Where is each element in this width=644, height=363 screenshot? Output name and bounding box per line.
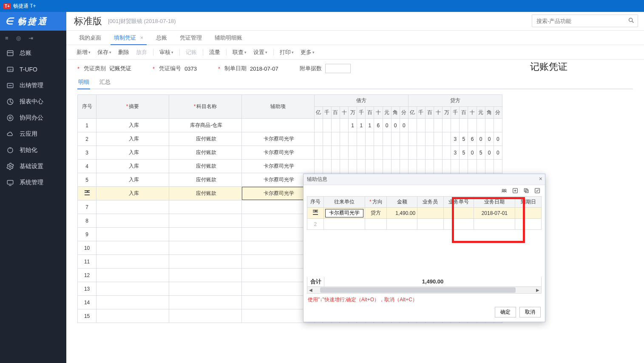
cell-debit-digit[interactable] <box>323 160 331 173</box>
cell-debit-digit[interactable] <box>331 160 340 173</box>
cell-credit-digit[interactable] <box>485 160 494 173</box>
print-button[interactable]: 打印▾ <box>277 47 296 58</box>
cell-abstract[interactable]: 入库 <box>96 132 169 146</box>
cell-abstract[interactable] <box>96 296 169 309</box>
cell-debit-digit[interactable] <box>366 146 374 160</box>
d-cell-seq[interactable] <box>307 208 324 219</box>
cell-debit-digit[interactable] <box>391 146 400 160</box>
field-attachments[interactable]: 附单据数 <box>300 64 351 73</box>
cell-seq[interactable]: 14 <box>78 296 96 309</box>
close-icon[interactable]: × <box>140 34 144 41</box>
dialog-tool-icon[interactable] <box>501 187 508 194</box>
cell-debit-digit[interactable]: 0 <box>391 119 400 132</box>
cell-seq[interactable]: 12 <box>78 269 96 282</box>
cell-debit-digit[interactable]: 1 <box>349 119 357 132</box>
cell-debit-digit[interactable] <box>323 132 331 146</box>
cell-credit-digit[interactable] <box>434 146 443 160</box>
cell-debit-digit[interactable]: 0 <box>400 119 408 132</box>
cell-account[interactable] <box>169 282 242 296</box>
sidebar-item-basic[interactable]: 基础设置 <box>0 158 66 174</box>
cell-debit-digit[interactable] <box>366 160 374 173</box>
cell-abstract[interactable]: 入库 <box>96 146 169 160</box>
cell-credit-digit[interactable] <box>425 132 434 146</box>
cell-debit-digit[interactable] <box>340 146 349 160</box>
table-row[interactable]: 2入库应付账款卡尔蔡司光学356000 <box>78 132 502 146</box>
cell-credit-digit[interactable] <box>434 132 443 146</box>
cell-credit-digit[interactable]: 0 <box>468 146 477 160</box>
d-cell-staff[interactable] <box>417 208 443 219</box>
cell-seq[interactable]: 15 <box>78 309 96 323</box>
cell-debit-digit[interactable] <box>366 132 374 146</box>
cell-abstract[interactable] <box>96 309 169 323</box>
tab-voucher-mgmt[interactable]: 凭证管理 <box>175 31 207 45</box>
d-cell-bizdate[interactable]: 2018-07-01 <box>474 208 515 219</box>
scroll-left-icon[interactable]: ◀ <box>307 287 314 293</box>
cell-debit-digit[interactable] <box>331 132 340 146</box>
sidebar-item-init[interactable]: 初始化 <box>0 142 66 158</box>
cell-credit-digit[interactable]: 0 <box>494 146 502 160</box>
cell-credit-digit[interactable] <box>494 119 502 132</box>
cell-debit-digit[interactable] <box>400 146 408 160</box>
cell-credit-digit[interactable] <box>443 160 451 173</box>
post-button[interactable]: 记账 <box>183 47 199 58</box>
cell-credit-digit[interactable] <box>468 160 477 173</box>
save-button[interactable]: 保存▾ <box>95 47 114 58</box>
cell-credit-digit[interactable] <box>425 146 434 160</box>
delete-button[interactable]: 删除 <box>116 47 132 58</box>
audit-button[interactable]: 审核▾ <box>157 47 176 58</box>
cell-debit-digit[interactable] <box>357 160 366 173</box>
sidebar-item-collab[interactable]: 协同办公 <box>0 110 66 126</box>
cell-account[interactable] <box>169 269 242 282</box>
cell-account[interactable]: 应付账款 <box>169 173 242 187</box>
cell-debit-digit[interactable] <box>314 146 323 160</box>
cell-account[interactable]: 应付账款 <box>169 132 242 146</box>
cell-credit-digit[interactable] <box>408 160 417 173</box>
cell-seq[interactable]: 7 <box>78 200 96 214</box>
cell-debit-digit[interactable] <box>383 160 391 173</box>
close-icon[interactable]: × <box>539 175 542 182</box>
cell-credit-digit[interactable] <box>417 119 425 132</box>
cell-account[interactable]: 库存商品-仓库 <box>169 119 242 132</box>
cell-debit-digit[interactable]: 1 <box>357 119 366 132</box>
cell-account[interactable] <box>169 309 242 323</box>
link-button[interactable]: 联查▾ <box>230 47 249 58</box>
cell-account[interactable] <box>169 255 242 269</box>
cell-credit-digit[interactable] <box>434 119 443 132</box>
d-cell-dir[interactable]: 贷方 <box>365 208 387 219</box>
cell-debit-digit[interactable] <box>349 132 357 146</box>
cell-credit-digit[interactable] <box>425 160 434 173</box>
cell-seq[interactable]: 11 <box>78 255 96 269</box>
cell-credit-digit[interactable] <box>477 119 485 132</box>
table-row[interactable]: 3入库应付账款卡尔蔡司光学350500 <box>78 146 502 160</box>
cell-aux[interactable]: 卡尔蔡司光学 <box>241 132 314 146</box>
cell-seq[interactable]: 2 <box>78 132 96 146</box>
cell-debit-digit[interactable] <box>340 119 349 132</box>
exit-icon[interactable]: ⇥ <box>28 35 33 41</box>
cell-debit-digit[interactable] <box>374 146 383 160</box>
d-cell-partner[interactable] <box>323 208 365 219</box>
cell-credit-digit[interactable] <box>460 119 468 132</box>
cell-account[interactable] <box>169 241 242 255</box>
search-input[interactable] <box>532 14 638 27</box>
cell-credit-digit[interactable] <box>451 160 460 173</box>
dialog-row[interactable]: 2 <box>307 219 542 230</box>
ok-button[interactable]: 确定 <box>495 307 516 317</box>
tab-ledger[interactable]: 总账 <box>151 31 172 45</box>
cell-debit-digit[interactable] <box>374 132 383 146</box>
cell-seq[interactable]: 13 <box>78 282 96 296</box>
cell-account[interactable]: 应付账款 <box>169 187 242 200</box>
cell-account[interactable]: 应付账款 <box>169 160 242 173</box>
cell-debit-digit[interactable] <box>357 146 366 160</box>
table-row[interactable]: 1入库库存商品-仓库1116000 <box>78 119 502 132</box>
cell-debit-digit[interactable] <box>400 160 408 173</box>
table-row[interactable]: 4入库应付账款卡尔蔡司光学 <box>78 160 502 173</box>
cell-abstract[interactable] <box>96 269 169 282</box>
cell-abstract[interactable]: 入库 <box>96 187 169 200</box>
dialog-title-bar[interactable]: 辅助信息 × <box>304 174 545 185</box>
d-cell-seq[interactable]: 2 <box>307 219 324 230</box>
sidebar-item-system[interactable]: 系统管理 <box>0 174 66 191</box>
cell-seq[interactable]: 8 <box>78 214 96 228</box>
d-cell-amount[interactable]: 1,490.00 <box>387 208 417 219</box>
setting-button[interactable]: 设置▾ <box>251 47 270 58</box>
cell-credit-digit[interactable] <box>468 119 477 132</box>
